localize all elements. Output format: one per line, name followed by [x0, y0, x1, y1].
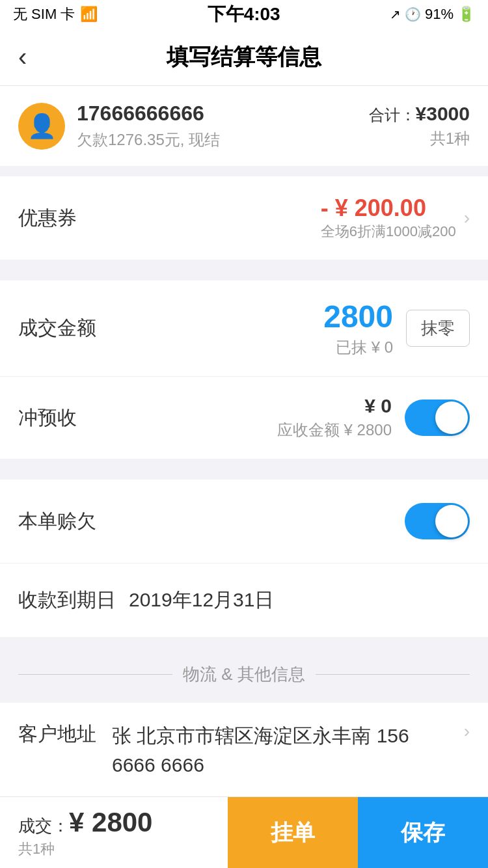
- status-left: 无 SIM 卡 📶: [13, 5, 98, 24]
- sim-label: 无 SIM 卡: [13, 5, 75, 24]
- address-row[interactable]: 客户地址 张 北京市市辖区海淀区永丰南 156 6666 6666 ›: [0, 703, 488, 798]
- advance-label: 冲预收: [18, 405, 77, 431]
- customer-info: 17666666666 欠款1276.35元, 现结: [77, 102, 220, 150]
- coupon-desc: 全场6折满1000减200: [321, 222, 456, 241]
- logistics-header: 物流 & 其他信息: [0, 647, 488, 701]
- coupon-amount: - ¥ 200.00: [321, 195, 456, 222]
- advance-right: ¥ 0 应收金额 ¥ 2800: [277, 395, 470, 441]
- customer-debt: 欠款1276.35元, 现结: [77, 129, 220, 150]
- battery-icon: 🔋: [457, 6, 475, 23]
- round-button[interactable]: 抹零: [406, 310, 470, 347]
- status-right: ↗ 🕐 91% 🔋: [390, 6, 475, 23]
- debt-toggle[interactable]: [405, 503, 470, 539]
- customer-phone: 17666666666: [77, 102, 220, 126]
- coupon-right: - ¥ 200.00 全场6折满1000减200 ›: [321, 195, 470, 241]
- back-button[interactable]: ‹: [18, 42, 27, 72]
- bottom-count: 共1种: [18, 839, 210, 859]
- total-label-amount: 合计：¥3000: [369, 103, 470, 126]
- deal-erased: 已抹 ¥ 0: [323, 337, 393, 358]
- deal-section: 成交金额 2800 已抹 ¥ 0 抹零 冲预收 ¥ 0 应收金额 ¥ 2800: [0, 280, 488, 459]
- bottom-bar: 成交：¥ 2800 共1种 挂单 保存: [0, 796, 488, 868]
- due-date-label: 收款到期日: [18, 587, 116, 614]
- deal-row: 成交金额 2800 已抹 ¥ 0 抹零: [0, 280, 488, 376]
- customer-left: 👤 17666666666 欠款1276.35元, 现结: [18, 102, 220, 150]
- location-icon: ↗: [390, 7, 401, 22]
- nav-bar: ‹ 填写结算等信息: [0, 29, 488, 86]
- debt-section: 本单赊欠 收款到期日 2019年12月31日: [0, 480, 488, 637]
- bottom-amount: ¥ 2800: [69, 807, 152, 837]
- pending-button[interactable]: 挂单: [228, 797, 358, 869]
- coupon-info: - ¥ 200.00 全场6折满1000减200: [321, 195, 456, 241]
- advance-receivable: 应收金额 ¥ 2800: [277, 420, 392, 441]
- toggle-knob: [435, 401, 468, 434]
- page-title: 填写结算等信息: [167, 42, 321, 72]
- bottom-deal-label: 成交：: [18, 816, 69, 835]
- total-count: 共1种: [369, 128, 470, 149]
- deal-amount-wrap: 2800 已抹 ¥ 0: [323, 299, 393, 358]
- deal-amount: 2800: [323, 299, 393, 334]
- avatar: 👤: [18, 103, 65, 150]
- section-divider-2: [0, 459, 488, 469]
- debt-label: 本单赊欠: [18, 508, 96, 535]
- customer-total: 合计：¥3000 共1种: [369, 103, 470, 149]
- bottom-info: 成交：¥ 2800 共1种: [0, 807, 228, 859]
- alarm-icon: 🕐: [405, 7, 421, 22]
- bottom-deal-line: 成交：¥ 2800: [18, 807, 210, 838]
- debt-toggle-knob: [435, 505, 468, 537]
- status-bar: 无 SIM 卡 📶 下午4:03 ↗ 🕐 91% 🔋: [0, 0, 488, 29]
- wifi-icon: 📶: [80, 6, 98, 23]
- coupon-label: 优惠券: [18, 205, 77, 232]
- status-time: 下午4:03: [208, 2, 280, 27]
- advance-amount-wrap: ¥ 0 应收金额 ¥ 2800: [277, 395, 392, 441]
- avatar-icon: 👤: [27, 113, 57, 140]
- debt-row: 本单赊欠: [0, 480, 488, 563]
- advance-amount: ¥ 0: [277, 395, 392, 417]
- content-area: 👤 17666666666 欠款1276.35元, 现结 合计：¥3000 共1…: [0, 86, 488, 868]
- address-chevron-icon: ›: [464, 721, 470, 742]
- coupon-row[interactable]: 优惠券 - ¥ 200.00 全场6折满1000减200 ›: [0, 176, 488, 260]
- total-amount: ¥3000: [416, 103, 470, 124]
- save-button[interactable]: 保存: [358, 797, 488, 869]
- customer-card: 👤 17666666666 欠款1276.35元, 现结 合计：¥3000 共1…: [0, 86, 488, 166]
- deal-label: 成交金额: [18, 315, 96, 342]
- advance-row: 冲预收 ¥ 0 应收金额 ¥ 2800: [0, 376, 488, 459]
- logistics-label: 物流 & 其他信息: [183, 663, 305, 686]
- due-date-row: 收款到期日 2019年12月31日: [0, 563, 488, 637]
- address-value: 张 北京市市辖区海淀区永丰南 156 6666 6666: [112, 721, 456, 780]
- deal-right: 2800 已抹 ¥ 0 抹零: [323, 299, 470, 358]
- advance-toggle[interactable]: [405, 400, 470, 436]
- address-label: 客户地址: [18, 721, 96, 748]
- battery-label: 91%: [425, 6, 454, 23]
- due-date-value: 2019年12月31日: [129, 587, 274, 614]
- total-label: 合计：: [369, 106, 416, 124]
- section-divider-1: [0, 270, 488, 280]
- coupon-chevron-icon: ›: [464, 208, 470, 228]
